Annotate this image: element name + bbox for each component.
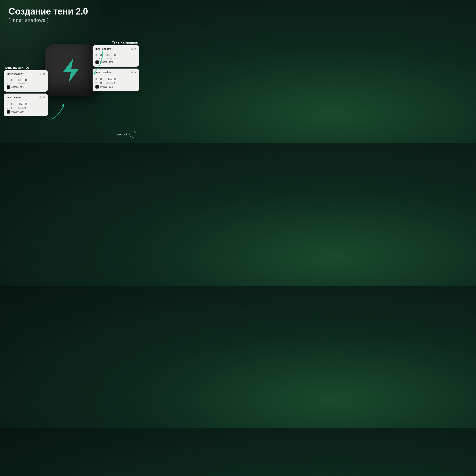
card-left-2-title: Inner shadow — [7, 96, 23, 99]
color-swatch-r1 — [95, 60, 99, 64]
spread-value-l2: 0 — [25, 107, 26, 109]
close-icon-left1[interactable]: ✕ — [43, 73, 45, 75]
x-value-r2: -28 — [99, 78, 105, 80]
icon-square — [45, 44, 97, 96]
blur-label-r1: Blur — [106, 54, 112, 56]
label-square: Тень на квадрат — [112, 40, 138, 44]
card-left-1: Inner shadow ◎ ✕ X -5 Blur 10 Y -5 Sprea… — [4, 70, 48, 92]
x-label-l1: X — [7, 79, 9, 81]
card-right-1-color-row: 000000 40% — [95, 60, 136, 64]
blur-label-l2: Blur — [19, 103, 23, 105]
blur-value-l1: 10 — [25, 79, 27, 81]
listay-button[interactable]: листай › — [116, 131, 136, 137]
card-left-2: Inner shadow ◎ ✕ X -6 Blur 25 Y -6 Sprea… — [4, 94, 48, 116]
spread-value-r1: 0 — [114, 57, 115, 60]
title-area: Создание тени 2.0 [ inner shadows ] — [9, 7, 88, 23]
card-left-2-header: Inner shadow ◎ ✕ — [7, 96, 45, 100]
blur-value-l2: 25 — [25, 103, 27, 105]
card-left-2-x-row: X -6 Blur 25 — [7, 102, 45, 106]
x-value-r1: -35 — [99, 54, 105, 56]
color-hex-r2: 000000 — [100, 86, 107, 88]
card-right-1: Inner shadow ◎ ✕ X -35 Blur 90 Y -36 Spr… — [93, 45, 139, 67]
card-left-1-header: Inner shadow ◎ ✕ — [7, 73, 45, 77]
x-label-l2: X — [7, 103, 9, 105]
page: Создание тени 2.0 [ inner shadows ] Тень… — [0, 0, 143, 143]
spread-label-l1: Spread — [17, 82, 24, 85]
spread-label-r2: Spread — [106, 82, 112, 84]
color-opacity-l2: 30% — [20, 111, 24, 113]
blur-value-r2: 50 — [114, 78, 116, 80]
listay-arrow-icon: › — [132, 133, 133, 136]
y-value-r1: -36 — [99, 57, 105, 60]
y-value-r2: -28 — [99, 82, 105, 84]
spread-label-r1: Spread — [106, 57, 112, 60]
card-left-1-y-row: Y -5 Spread 0 — [7, 82, 45, 85]
card-left-2-icons: ◎ ✕ — [39, 96, 45, 99]
y-label-r2: Y — [95, 82, 98, 84]
target-icon-r2[interactable]: ◎ — [131, 71, 133, 73]
subtitle: [ inner shadows ] — [9, 17, 88, 23]
card-right-2-y-row: Y -28 Spread 0 — [95, 82, 136, 84]
card-right-1-y-row: Y -36 Spread 0 — [95, 57, 136, 60]
x-value-l1: -5 — [11, 79, 16, 81]
color-swatch-r2 — [95, 85, 99, 88]
card-left-1-color-row: 000000 30% — [7, 85, 45, 89]
color-swatch-l2 — [7, 110, 10, 114]
y-value-l1: -5 — [11, 82, 16, 85]
spread-label-l2: Spread — [17, 107, 24, 109]
card-left-1-icons: ◎ ✕ — [39, 73, 45, 75]
card-right-2-color-row: 000000 25% — [95, 85, 136, 88]
svg-marker-2 — [62, 103, 65, 106]
y-value-l2: -6 — [11, 107, 16, 109]
color-opacity-r1: 40% — [109, 61, 113, 63]
spread-value-r2: 0 — [114, 82, 115, 84]
color-hex-r1: 000000 — [100, 61, 107, 63]
color-hex-l1: 000000 — [11, 86, 18, 88]
card-right-2-x-row: X -28 Blur 50 — [95, 77, 136, 81]
listay-circle: › — [130, 131, 136, 137]
color-opacity-r2: 25% — [109, 86, 113, 88]
target-icon-left2[interactable]: ◎ — [39, 96, 42, 99]
y-label-l2: Y — [7, 107, 9, 109]
color-swatch-l1 — [7, 85, 10, 89]
target-icon-left1[interactable]: ◎ — [39, 73, 42, 75]
close-icon-r2[interactable]: ✕ — [134, 71, 136, 73]
card-left-2-color-row: 000000 30% — [7, 110, 45, 114]
lightning-icon — [61, 58, 81, 83]
blur-label-l1: Blur — [17, 79, 24, 81]
card-right-2-icons: ◎ ✕ — [131, 71, 136, 73]
card-right-1-title: Inner shadow — [95, 48, 111, 50]
target-icon-r1[interactable]: ◎ — [131, 48, 133, 50]
y-label-r1: Y — [95, 57, 98, 60]
blur-box-l2[interactable]: Blur 25 — [17, 102, 29, 106]
card-left-1-title: Inner shadow — [7, 73, 23, 75]
blur-label-r2: Blur — [108, 78, 112, 80]
y-label-l1: Y — [7, 82, 9, 85]
listay-label: листай — [116, 133, 128, 136]
blur-value-r1: 90 — [114, 54, 116, 56]
card-right-1-header: Inner shadow ◎ ✕ — [95, 48, 136, 52]
right-panels: Inner shadow ◎ ✕ X -35 Blur 90 Y -36 Spr… — [93, 45, 139, 91]
card-left-1-x-row: X -5 Blur 10 — [7, 79, 45, 81]
color-hex-l2: 000000 — [11, 111, 18, 113]
svg-marker-0 — [63, 58, 79, 82]
close-icon-left2[interactable]: ✕ — [43, 96, 45, 99]
x-label-r2: X — [95, 78, 98, 80]
spread-value-l1: 0 — [25, 82, 26, 85]
card-right-2-title: Inner shadow — [95, 71, 111, 73]
card-right-2-header: Inner shadow ◎ ✕ — [95, 71, 136, 75]
color-opacity-l1: 30% — [20, 86, 24, 88]
x-value-l2: -6 — [11, 103, 16, 105]
blur-box-r2[interactable]: Blur 50 — [106, 77, 118, 81]
card-right-1-icons: ◎ ✕ — [131, 48, 136, 50]
left-panels: Inner shadow ◎ ✕ X -5 Blur 10 Y -5 Sprea… — [4, 70, 48, 116]
close-icon-r1[interactable]: ✕ — [134, 48, 136, 50]
card-right-1-x-row: X -35 Blur 90 — [95, 54, 136, 56]
card-right-2: Inner shadow ◎ ✕ X -28 Blur 50 Y -28 Spr… — [93, 68, 139, 91]
card-left-2-y-row: Y -6 Spread 0 — [7, 107, 45, 109]
label-icon: Тень на иконку — [4, 66, 29, 70]
main-title: Создание тени 2.0 — [9, 7, 88, 17]
x-label-r1: X — [95, 54, 98, 56]
